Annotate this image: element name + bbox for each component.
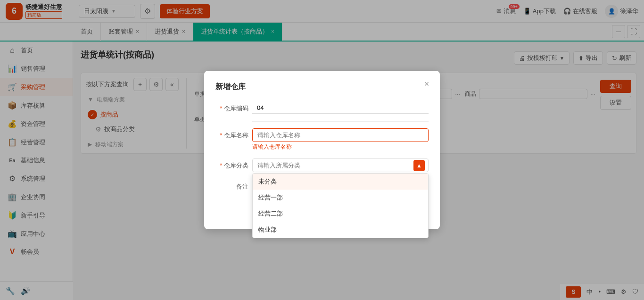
category-dropdown-list: 未分类 经营一部 经营二部 物业部 [252,173,429,238]
name-form-row: 仓库名称 请输入仓库名称 [215,128,429,151]
dropdown-option-property[interactable]: 物业部 [253,222,428,238]
dropdown-option-dept2[interactable]: 经营二部 [253,206,428,222]
name-field-wrapper: 请输入仓库名称 [252,128,429,151]
code-label: 仓库编码 [215,101,248,113]
code-field-wrapper [252,101,429,114]
category-dropdown-toggle[interactable]: ▲ [413,160,425,171]
new-warehouse-modal: 新增仓库 × 仓库编码 仓库名称 请输入仓库名称 仓库分类 ▲ 未 [204,71,440,229]
code-input[interactable] [252,101,429,114]
note-label: 备注 [215,180,248,191]
modal-overlay[interactable]: 新增仓库 × 仓库编码 仓库名称 请输入仓库名称 仓库分类 ▲ 未 [0,0,644,300]
category-form-row: 仓库分类 ▲ 未分类 经营一部 经营二部 物业部 [215,158,429,172]
dropdown-option-dept1[interactable]: 经营一部 [253,190,428,206]
category-dropdown-wrapper: ▲ 未分类 经营一部 经营二部 物业部 [252,158,429,172]
name-input[interactable] [252,128,429,142]
modal-close-button[interactable]: × [421,78,432,90]
modal-title: 新增仓库 [215,82,429,92]
category-label: 仓库分类 [215,158,248,170]
dropdown-option-uncategorized[interactable]: 未分类 [253,174,428,190]
name-label: 仓库名称 [215,128,248,140]
category-input[interactable] [252,158,429,172]
name-error-message: 请输入仓库名称 [252,143,429,151]
code-form-row: 仓库编码 [215,101,429,114]
